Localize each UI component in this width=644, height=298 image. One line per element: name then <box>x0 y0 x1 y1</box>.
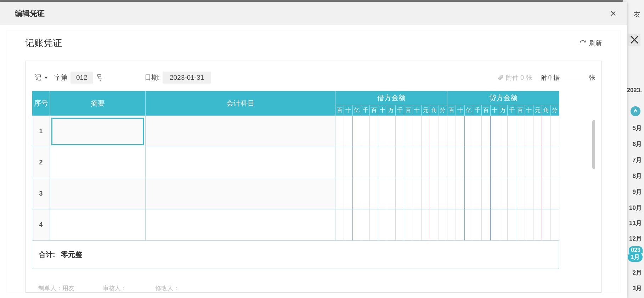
summary-cell[interactable] <box>50 178 146 209</box>
digit-cell[interactable] <box>456 209 464 241</box>
digit-cell[interactable] <box>542 209 550 241</box>
month-11[interactable]: 11月 <box>629 219 642 227</box>
digit-cell[interactable] <box>421 178 430 209</box>
digit-cell[interactable] <box>533 209 542 241</box>
digit-cell[interactable] <box>473 209 481 241</box>
digit-cell[interactable] <box>525 147 533 178</box>
digit-cell[interactable] <box>473 116 481 147</box>
digit-cell[interactable] <box>370 209 378 241</box>
month-1-active[interactable]: 1月 <box>628 252 643 262</box>
digit-cell[interactable] <box>464 147 473 178</box>
voucher-type-dropdown[interactable]: 记 <box>32 73 51 82</box>
summary-cell[interactable] <box>50 147 146 178</box>
account-cell[interactable] <box>146 147 335 178</box>
attachment-button[interactable]: 附件 0 张 <box>497 73 532 82</box>
digit-cell[interactable] <box>370 147 378 178</box>
digit-cell[interactable] <box>456 178 464 209</box>
digit-cell[interactable] <box>516 147 525 178</box>
digit-cell[interactable] <box>378 116 387 147</box>
digit-cell[interactable] <box>370 178 378 209</box>
digit-cell[interactable] <box>352 209 361 241</box>
month-5[interactable]: 5月 <box>633 124 642 132</box>
month-9[interactable]: 9月 <box>633 188 642 196</box>
digit-cell[interactable] <box>550 209 559 241</box>
digit-cell[interactable] <box>439 116 447 147</box>
digit-cell[interactable] <box>516 116 525 147</box>
month-12[interactable]: 12月 <box>629 235 642 243</box>
digit-cell[interactable] <box>499 147 507 178</box>
digit-cell[interactable] <box>464 116 473 147</box>
digit-cell[interactable] <box>352 147 361 178</box>
digit-cell[interactable] <box>464 209 473 241</box>
digit-cell[interactable] <box>447 147 456 178</box>
digit-cell[interactable] <box>344 147 352 178</box>
digit-cell[interactable] <box>430 178 439 209</box>
digit-cell[interactable] <box>413 116 421 147</box>
digit-cell[interactable] <box>490 178 499 209</box>
digit-cell[interactable] <box>499 209 507 241</box>
digit-cell[interactable] <box>413 178 421 209</box>
digit-cell[interactable] <box>464 178 473 209</box>
digit-cell[interactable] <box>404 178 413 209</box>
digit-cell[interactable] <box>378 178 387 209</box>
date-input[interactable]: 2023-01-31 <box>163 72 211 84</box>
digit-cell[interactable] <box>439 147 447 178</box>
digit-cell[interactable] <box>387 209 395 241</box>
digit-cell[interactable] <box>490 147 499 178</box>
scrollbar[interactable] <box>592 120 595 169</box>
attach-count-input[interactable] <box>562 74 587 81</box>
digit-cell[interactable] <box>396 209 404 241</box>
digit-cell[interactable] <box>361 178 369 209</box>
digit-cell[interactable] <box>456 116 464 147</box>
scroll-top-icon[interactable] <box>631 106 640 116</box>
account-cell[interactable] <box>146 178 335 209</box>
digit-cell[interactable] <box>542 147 550 178</box>
digit-cell[interactable] <box>482 147 490 178</box>
summary-input[interactable] <box>51 118 144 145</box>
account-cell[interactable] <box>146 209 335 241</box>
month-8[interactable]: 8月 <box>633 172 642 180</box>
digit-cell[interactable] <box>499 178 507 209</box>
digit-cell[interactable] <box>421 116 430 147</box>
digit-cell[interactable] <box>404 209 413 241</box>
digit-cell[interactable] <box>396 178 404 209</box>
digit-cell[interactable] <box>421 209 430 241</box>
refresh-button[interactable]: 刷新 <box>579 39 602 47</box>
digit-cell[interactable] <box>430 147 439 178</box>
digit-cell[interactable] <box>378 209 387 241</box>
digit-cell[interactable] <box>447 209 456 241</box>
digit-cell[interactable] <box>344 178 352 209</box>
digit-cell[interactable] <box>352 178 361 209</box>
digit-cell[interactable] <box>550 116 559 147</box>
digit-cell[interactable] <box>533 178 542 209</box>
account-cell[interactable] <box>146 116 335 147</box>
digit-cell[interactable] <box>473 178 481 209</box>
digit-cell[interactable] <box>335 209 344 241</box>
digit-cell[interactable] <box>387 116 395 147</box>
summary-cell[interactable] <box>50 209 146 241</box>
digit-cell[interactable] <box>473 147 481 178</box>
digit-cell[interactable] <box>413 209 421 241</box>
month-2[interactable]: 2月 <box>633 269 642 277</box>
digit-cell[interactable] <box>550 147 559 178</box>
digit-cell[interactable] <box>490 116 499 147</box>
digit-cell[interactable] <box>413 147 421 178</box>
digit-cell[interactable] <box>508 178 516 209</box>
month-7[interactable]: 7月 <box>633 156 642 164</box>
digit-cell[interactable] <box>430 116 439 147</box>
digit-cell[interactable] <box>361 147 369 178</box>
digit-cell[interactable] <box>335 178 344 209</box>
digit-cell[interactable] <box>387 147 395 178</box>
digit-cell[interactable] <box>378 147 387 178</box>
digit-cell[interactable] <box>508 147 516 178</box>
digit-cell[interactable] <box>525 178 533 209</box>
digit-cell[interactable] <box>344 116 352 147</box>
digit-cell[interactable] <box>447 178 456 209</box>
month-10[interactable]: 10月 <box>629 204 642 212</box>
digit-cell[interactable] <box>482 178 490 209</box>
month-6[interactable]: 6月 <box>633 140 642 148</box>
close-icon[interactable] <box>609 9 618 18</box>
digit-cell[interactable] <box>482 209 490 241</box>
digit-cell[interactable] <box>533 147 542 178</box>
digit-cell[interactable] <box>335 147 344 178</box>
